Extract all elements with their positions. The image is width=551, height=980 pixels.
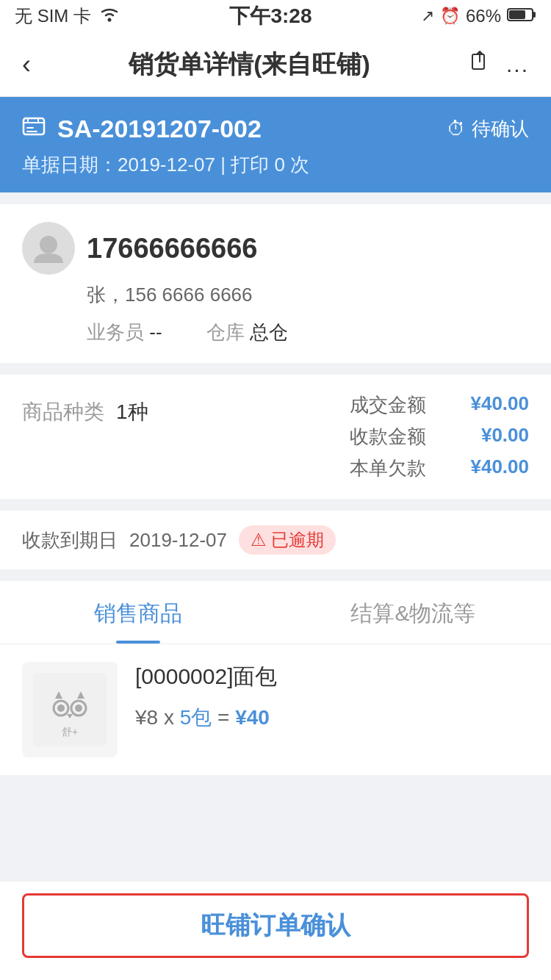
amount-label: 成交金额 [350, 392, 426, 418]
category-label: 商品种类 [22, 398, 104, 426]
status-time: 下午3:28 [229, 2, 311, 30]
warehouse-value: 总仓 [250, 321, 288, 343]
carrier-label: 无 SIM 卡 [15, 4, 91, 28]
product-card: 舒+ [0000002]面包 ¥8 x 5包 = ¥40 [0, 644, 551, 775]
order-header: SA-20191207-002 ⏱ 待确认 单据日期：2019-12-07 | … [0, 97, 551, 192]
bottom-bar: 旺铺订单确认 [0, 882, 551, 980]
avatar [22, 222, 75, 275]
amount-row: 成交金额 ¥40.00 [350, 392, 529, 418]
order-id-container: SA-20191207-002 [22, 115, 262, 143]
product-name: [0000002]面包 [135, 662, 529, 692]
product-image: 舒+ [22, 662, 118, 757]
tabs-header: 销售商品 结算&物流等 [0, 581, 551, 644]
svg-point-6 [40, 236, 57, 253]
nav-icons: ... [468, 50, 529, 79]
tab-settlement-label: 结算&物流等 [350, 601, 475, 625]
svg-point-10 [57, 705, 65, 712]
salesperson-info: 业务员 -- [87, 320, 162, 345]
location-icon: ↗ [421, 7, 434, 26]
order-id-text: SA-20191207-002 [57, 115, 262, 143]
customer-name: 张，156 6666 6666 [22, 282, 529, 308]
order-date: 单据日期：2019-12-07 | 打印 0 次 [22, 152, 529, 178]
order-status: ⏱ 待确认 [447, 116, 529, 142]
customer-phone: 17666666666 [87, 233, 257, 264]
tab-products[interactable]: 销售商品 [0, 581, 276, 644]
payment-value: ¥0.00 [441, 424, 529, 450]
price-qty: 5包 [180, 706, 212, 729]
order-icon [22, 115, 48, 143]
product-info: [0000002]面包 ¥8 x 5包 = ¥40 [135, 662, 529, 732]
warning-icon: ⚠ [251, 530, 267, 550]
status-left: 无 SIM 卡 [15, 4, 120, 28]
status-right: ↗ ⏰ 66% [421, 6, 536, 26]
overdue-label: 已逾期 [271, 528, 324, 552]
debt-value: ¥40.00 [441, 455, 529, 481]
status-bar: 无 SIM 卡 下午3:28 ↗ ⏰ 66% [0, 0, 551, 32]
salesperson-value: -- [149, 321, 162, 343]
svg-text:舒+: 舒+ [62, 726, 78, 738]
alarm-icon: ⏰ [440, 7, 460, 26]
product-price: ¥8 x 5包 = ¥40 [135, 704, 529, 732]
svg-rect-4 [472, 54, 484, 69]
tab-products-label: 销售商品 [94, 601, 182, 625]
duedate-label: 收款到期日 [22, 527, 118, 553]
svg-point-0 [108, 18, 112, 22]
warehouse-info: 仓库 总仓 [206, 320, 288, 345]
svg-rect-3 [509, 10, 525, 19]
customer-section: 17666666666 张，156 6666 6666 业务员 -- 仓库 总仓 [0, 204, 551, 363]
salesperson-label: 业务员 [87, 321, 144, 343]
nav-bar: ‹ 销货单详情(来自旺铺) ... [0, 32, 551, 97]
overdue-badge: ⚠ 已逾期 [239, 525, 336, 555]
payment-label: 收款金额 [350, 424, 426, 450]
price-equals: = [212, 706, 235, 729]
debt-row: 本单欠款 ¥40.00 [350, 455, 529, 481]
price-total: ¥40 [235, 706, 270, 729]
battery-label: 66% [466, 6, 501, 26]
duedate-section: 收款到期日 2019-12-07 ⚠ 已逾期 [0, 511, 551, 569]
category-count: 1种 [116, 398, 148, 426]
share-icon[interactable] [468, 50, 491, 79]
price-text: ¥8 x [135, 706, 180, 729]
duedate-value: 2019-12-07 [129, 529, 227, 552]
battery-icon [507, 6, 536, 26]
tabs-section: 销售商品 结算&物流等 舒+ [0, 581, 551, 775]
customer-meta: 业务员 -- 仓库 总仓 [22, 320, 529, 345]
status-label: 待确认 [472, 116, 529, 142]
confirm-button[interactable]: 旺铺订单确认 [22, 893, 529, 958]
page-title: 销货单详情(来自旺铺) [129, 48, 370, 82]
tab-settlement[interactable]: 结算&物流等 [276, 581, 551, 644]
category-info: 商品种类 1种 [22, 392, 148, 426]
wifi-icon [98, 6, 120, 26]
payment-row: 收款金额 ¥0.00 [350, 424, 529, 450]
customer-header: 17666666666 [22, 222, 529, 275]
amount-value: ¥40.00 [441, 392, 529, 418]
back-button[interactable]: ‹ [22, 49, 31, 80]
stats-row: 商品种类 1种 成交金额 ¥40.00 收款金额 ¥0.00 本单欠款 ¥40.… [22, 392, 529, 481]
svg-rect-2 [533, 12, 536, 18]
svg-point-11 [75, 705, 82, 712]
stats-section: 商品种类 1种 成交金额 ¥40.00 收款金额 ¥0.00 本单欠款 ¥40.… [0, 375, 551, 499]
more-icon[interactable]: ... [506, 52, 529, 77]
warehouse-label: 仓库 [206, 321, 245, 343]
debt-label: 本单欠款 [350, 455, 426, 481]
amounts-section: 成交金额 ¥40.00 收款金额 ¥0.00 本单欠款 ¥40.00 [350, 392, 529, 481]
clock-icon: ⏱ [447, 118, 466, 140]
confirm-label: 旺铺订单确认 [201, 909, 350, 943]
